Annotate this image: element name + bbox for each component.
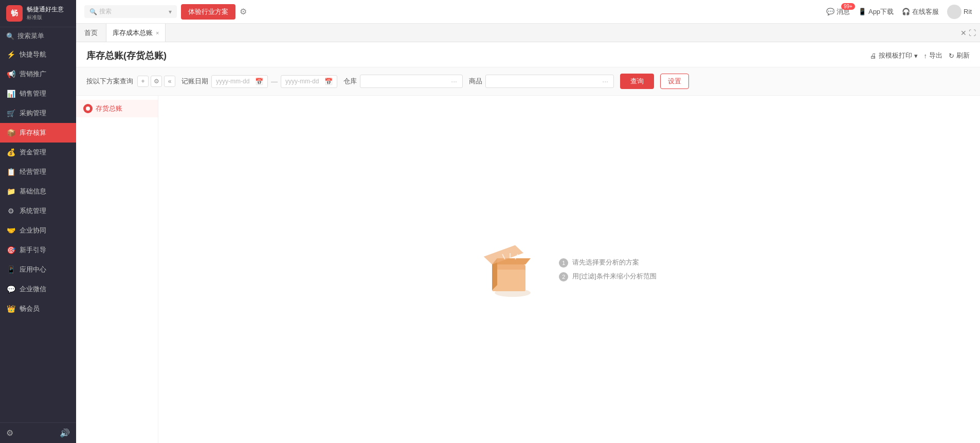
search-icon: 🔍 [6,32,14,40]
tab-panel-right: ✕ ⛶ [960,29,980,37]
topbar-right: 💬 消息 99+ 📱 App下载 🎧 在线客服 Rit [826,5,972,19]
online-service-label: 在线客服 [912,7,939,16]
tab-close-btn[interactable]: × [156,30,159,36]
export-btn[interactable]: ↑ 导出 [924,51,943,60]
sidebar-item-quick-nav[interactable]: ⚡ 快捷导航 [0,45,76,64]
hint-text-2: 用[过滤]条件来缩小分析范围 [572,272,656,281]
scheme-item-inventory-ledger[interactable]: 存货总账 [76,100,158,117]
messages-btn[interactable]: 💬 消息 99+ [826,7,850,16]
hint-num-2: 2 [559,272,568,281]
online-service-btn[interactable]: 🎧 在线客服 [902,7,939,16]
main-area: 🔍 搜索 ▾ 体验行业方案 ⚙ 💬 消息 99+ 📱 App下载 🎧 在线客服 … [76,0,980,443]
tab-inventory-ledger[interactable]: 库存成本总账 × [106,24,166,42]
chevron-down-icon: ▾ [169,8,172,15]
tab-panel-close-btn[interactable]: ✕ [960,29,967,37]
export-label: 导出 [929,51,942,60]
filter-bar: 按以下方案查询 + ⚙ « 记账日期 yyyy-mm-dd 📅 — [76,67,980,96]
sidebar-search[interactable]: 🔍 搜索菜单 [0,27,76,45]
page-header: 库存总账(存货总账) 🖨 按模板打印 ▾ ↑ 导出 ↻ 刷新 [76,42,980,67]
sidebar-item-label: 企业协同 [20,226,46,235]
sidebar-item-app-center[interactable]: 📱 应用中心 [0,260,76,279]
page-header-actions: 🖨 按模板打印 ▾ ↑ 导出 ↻ 刷新 [870,51,970,60]
tab-label: 库存成本总账 [113,28,153,38]
tabbar: 首页 库存成本总账 × ✕ ⛶ [76,24,980,42]
date-separator: — [271,78,278,85]
print-template-btn[interactable]: 🖨 按模板打印 ▾ [870,51,918,60]
app-center-icon: 📱 [6,265,15,274]
sidebar-item-label: 企业微信 [20,285,46,294]
printer-icon: 🖨 [870,52,877,60]
warehouse-more-icon[interactable]: ··· [451,77,457,85]
topbar-gear-icon[interactable]: ⚙ [240,7,247,16]
warehouse-input[interactable]: ··· [360,75,463,88]
scheme-active-icon [83,104,93,113]
calendar-end-icon[interactable]: 📅 [324,78,333,85]
sidebar-footer: ⚙ 🔊 [0,422,76,443]
date-filter-group: 记账日期 yyyy-mm-dd 📅 — yyyy-mm-dd 📅 [182,75,337,88]
content-body: 存货总账 [76,96,980,443]
goods-label: 商品 [469,77,482,86]
date-start-placeholder: yyyy-mm-dd [216,78,249,85]
export-icon: ↑ [924,52,928,60]
app-download-btn[interactable]: 📱 App下载 [858,7,894,16]
filter-row: 记账日期 yyyy-mm-dd 📅 — yyyy-mm-dd 📅 仓库 [182,74,689,89]
settings-icon[interactable]: ⚙ [6,428,13,438]
sidebar-item-wechat[interactable]: 💬 企业微信 [0,279,76,299]
tab-panel-expand-btn[interactable]: ⛶ [969,29,976,37]
sidebar-item-operation[interactable]: 📋 经营管理 [0,162,76,182]
calendar-start-icon[interactable]: 📅 [255,78,263,85]
user-avatar [947,5,961,19]
member-icon: 👑 [6,305,15,313]
filter-collapse-btn[interactable]: « [164,76,175,87]
enterprise-icon: 🤝 [6,226,15,235]
sidebar-item-label: 营销推广 [20,69,46,79]
basic-icon: 📁 [6,187,15,196]
print-label: 按模板打印 [879,51,912,60]
hint-item-2: 2 用[过滤]条件来缩小分析范围 [559,272,656,281]
page-title: 库存总账(存货总账) [86,49,167,62]
refresh-btn[interactable]: ↻ 刷新 [949,51,970,60]
goods-more-icon[interactable]: ··· [602,77,608,85]
hint-item-1: 1 请先选择要分析的方案 [559,258,656,268]
goods-filter-group: 商品 ··· [469,75,614,88]
goods-input[interactable]: ··· [485,75,614,88]
sidebar-item-finance[interactable]: 💰 资金管理 [0,143,76,162]
filter-settings-btn[interactable]: ⚙ [151,76,162,87]
filter-add-btn[interactable]: + [137,76,149,87]
sidebar-item-system[interactable]: ⚙ 系统管理 [0,201,76,221]
query-btn[interactable]: 查询 [620,74,654,89]
audio-icon[interactable]: 🔊 [60,428,70,438]
sidebar-item-member[interactable]: 👑 畅会员 [0,299,76,318]
wechat-icon: 💬 [6,285,15,293]
sidebar-item-enterprise[interactable]: 🤝 企业协同 [0,221,76,240]
app-download-label: App下载 [868,7,894,16]
sidebar-item-label: 应用中心 [20,265,46,274]
topbar-search[interactable]: 🔍 搜索 ▾ [84,5,177,18]
sidebar-item-sales[interactable]: 📊 销售管理 [0,84,76,103]
date-end-placeholder: yyyy-mm-dd [285,78,319,85]
date-label: 记账日期 [182,77,208,86]
warehouse-filter-group: 仓库 ··· [343,75,463,88]
date-end-input[interactable]: yyyy-mm-dd 📅 [281,75,337,88]
sidebar-item-purchase[interactable]: 🛒 采购管理 [0,103,76,123]
empty-hints: 1 请先选择要分析的方案 2 用[过滤]条件来缩小分析范围 [559,258,656,281]
system-icon: ⚙ [6,207,15,215]
sidebar-item-label: 采购管理 [20,109,46,118]
sidebar-item-inventory[interactable]: 📦 库存核算 [0,123,76,143]
app-name: 畅捷通好生意 [27,6,64,14]
industry-btn[interactable]: 体验行业方案 [181,4,235,20]
hint-num-1: 1 [559,258,568,268]
date-start-input[interactable]: yyyy-mm-dd 📅 [211,75,268,88]
sidebar-item-newbie[interactable]: 🎯 新手引导 [0,240,76,260]
newbie-icon: 🎯 [6,246,15,254]
sidebar-item-label: 资金管理 [20,148,46,157]
setting-btn[interactable]: 设置 [660,74,689,89]
scheme-list: 存货总账 [76,96,158,443]
quick-nav-icon: ⚡ [6,50,15,59]
tab-home[interactable]: 首页 [76,24,106,42]
user-avatar-btn[interactable]: Rit [947,5,972,19]
sidebar-item-basic[interactable]: 📁 基础信息 [0,182,76,201]
refresh-label: 刷新 [956,51,970,60]
content: 库存总账(存货总账) 🖨 按模板打印 ▾ ↑ 导出 ↻ 刷新 [76,42,980,443]
sidebar-item-marketing[interactable]: 📢 营销推广 [0,64,76,84]
